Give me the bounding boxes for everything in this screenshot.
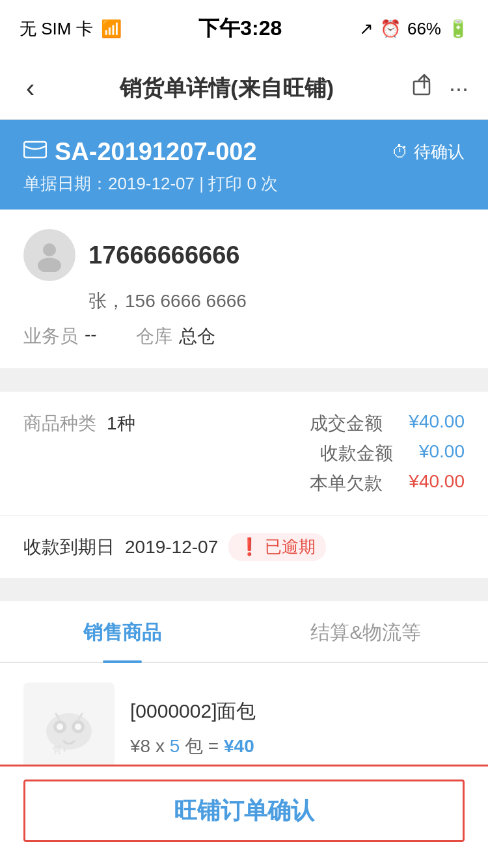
location-icon: ↗ bbox=[359, 19, 373, 39]
back-button[interactable]: ‹ bbox=[20, 67, 41, 109]
owed-label: 本单欠款 bbox=[310, 471, 383, 496]
overdue-icon: ❗ bbox=[239, 537, 260, 557]
bottom-bar: 旺铺订单确认 bbox=[0, 765, 488, 868]
received-label: 收款金额 bbox=[320, 441, 393, 466]
svg-point-3 bbox=[38, 258, 61, 272]
customer-name: 张，156 6666 6666 bbox=[23, 289, 465, 314]
amount-value: ¥40.00 bbox=[409, 411, 465, 436]
tabs-header: 销售商品 结算&物流等 bbox=[0, 601, 488, 663]
overdue-badge: ❗ 已逾期 bbox=[228, 533, 326, 561]
customer-meta: 业务员 -- 仓库 总仓 bbox=[23, 324, 465, 349]
order-icon bbox=[23, 138, 47, 166]
salesman-value: -- bbox=[85, 324, 97, 349]
clock-icon: ⏱ bbox=[392, 142, 409, 162]
owed-value: ¥40.00 bbox=[409, 471, 465, 496]
summary-section: 商品种类 1种 成交金额 ¥40.00 收款金额 ¥0.00 本单欠款 ¥40.… bbox=[0, 392, 488, 515]
status-right: ↗ ⏰ 66% 🔋 bbox=[359, 19, 468, 39]
status-time: 下午3:28 bbox=[198, 14, 282, 43]
confirm-order-button[interactable]: 旺铺订单确认 bbox=[23, 780, 465, 842]
product-name: [0000002]面包 bbox=[130, 698, 465, 725]
tab-sales[interactable]: 销售商品 bbox=[0, 601, 244, 662]
nav-bar: ‹ 销货单详情(来自旺铺) ··· bbox=[0, 57, 488, 120]
product-price: ¥8 x 5 包 = ¥40 bbox=[130, 734, 465, 759]
product-total: ¥40 bbox=[224, 736, 254, 756]
more-icon[interactable]: ··· bbox=[449, 75, 468, 102]
overdue-text: 已逾期 bbox=[265, 536, 316, 558]
product-info: [0000002]面包 ¥8 x 5 包 = ¥40 bbox=[130, 698, 465, 759]
status-bar: 无 SIM 卡 📶 下午3:28 ↗ ⏰ 66% 🔋 bbox=[0, 0, 488, 57]
divider-2 bbox=[0, 578, 488, 590]
order-id: SA-20191207-002 bbox=[23, 138, 257, 166]
tab-settlement[interactable]: 结算&物流等 bbox=[244, 601, 488, 662]
due-date-section: 收款到期日 2019-12-07 ❗ 已逾期 bbox=[0, 515, 488, 578]
svg-point-2 bbox=[43, 243, 56, 256]
order-header: SA-20191207-002 ⏱ 待确认 单据日期：2019-12-07 | … bbox=[0, 120, 488, 210]
customer-section: 17666666666 张，156 6666 6666 业务员 -- 仓库 总仓 bbox=[0, 210, 488, 368]
received-value: ¥0.00 bbox=[419, 441, 465, 466]
wifi-icon: 📶 bbox=[101, 19, 122, 39]
amount-label: 成交金额 bbox=[310, 411, 383, 436]
battery-icon: 🔋 bbox=[448, 19, 468, 39]
carrier-label: 无 SIM 卡 bbox=[20, 18, 93, 40]
customer-phone: 17666666666 bbox=[88, 241, 239, 269]
warehouse-label: 仓库 bbox=[136, 324, 172, 349]
warehouse-value: 总仓 bbox=[179, 324, 215, 349]
svg-rect-0 bbox=[414, 81, 429, 94]
due-date-label: 收款到期日 bbox=[23, 535, 115, 560]
avatar bbox=[23, 229, 75, 281]
order-date-line: 单据日期：2019-12-07 | 打印 0 次 bbox=[23, 172, 465, 195]
due-date-value: 2019-12-07 bbox=[125, 537, 218, 558]
product-type-label: 商品种类 bbox=[23, 411, 96, 436]
page-title: 销货单详情(来自旺铺) bbox=[120, 74, 334, 103]
battery-label: 66% bbox=[407, 19, 441, 39]
salesman-label: 业务员 bbox=[23, 324, 78, 349]
status-badge: ⏱ 待确认 bbox=[392, 141, 465, 163]
svg-point-8 bbox=[75, 724, 81, 730]
product-type-value: 1种 bbox=[107, 411, 135, 436]
svg-text:管+: 管+ bbox=[53, 744, 67, 754]
status-left: 无 SIM 卡 📶 bbox=[20, 18, 122, 40]
product-thumbnail: 管+ bbox=[23, 683, 115, 774]
svg-point-7 bbox=[57, 724, 63, 730]
nav-actions: ··· bbox=[413, 74, 468, 103]
product-qty: 5 bbox=[170, 736, 180, 756]
share-icon[interactable] bbox=[413, 74, 436, 103]
alarm-icon: ⏰ bbox=[380, 19, 401, 39]
divider-1 bbox=[0, 380, 488, 392]
